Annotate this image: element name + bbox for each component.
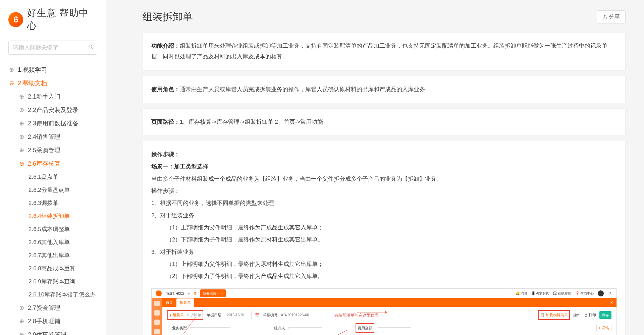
step-2: 2、对于组装业务 (151, 210, 617, 221)
plus-icon: ⊕ (18, 120, 24, 126)
scene1-label: 场景一： (151, 163, 174, 170)
plus-icon: ⊕ (18, 318, 24, 324)
nav-item-docs[interactable]: ⊖2.帮助文档 (8, 76, 97, 90)
step-3-2: （2）下部明细为子件明细，最终作为产成品生成其它入库单。 (151, 271, 617, 282)
path-label: 页面路径： (151, 119, 180, 125)
nav-item-2-6[interactable]: ⊖2.6库存核算 (8, 157, 97, 170)
nav-item-2-6-8[interactable]: 2.6.8商品成本重算 (8, 262, 97, 275)
intro-label: 功能介绍： (151, 43, 180, 49)
nav-item-2-6-9[interactable]: 2.6.9库存账本查询 (8, 275, 97, 288)
nav-item-2-5[interactable]: ⊕2.5采购管理 (8, 144, 97, 157)
plus-icon: ⊕ (18, 94, 24, 100)
nav-item-2-6-3[interactable]: 2.6.3调拨单 (8, 197, 97, 210)
nav: ⊕1.视频学习 ⊖2.帮助文档 ⊕2.1新手入门 ⊕2.2产品安装及登录 ⊕2.… (8, 63, 97, 335)
nav-item-2-2[interactable]: ⊕2.2产品安装及登录 (8, 103, 97, 117)
steps-card: 操作步骤： 场景一：加工类型选择 当由多个子件材料组装成一个成品的业务为【组装】… (143, 141, 626, 335)
brand: 6 好生意 帮助中心 (8, 7, 97, 32)
path-text: 1、库存核算->库存管理->组装拆卸单 2、首页->常用功能 (180, 119, 323, 125)
shot-side-icons (152, 298, 162, 335)
plus-icon: ⊕ (18, 134, 24, 140)
nav-item-2-8[interactable]: ⊕2.8手机旺铺 (8, 315, 97, 328)
minus-icon: ⊖ (8, 80, 14, 86)
plus-icon: ⊕ (18, 147, 24, 153)
plus-icon: ⊕ (8, 67, 14, 73)
scene1-desc: 当由多个子件材料组装成一个成品的业务为【组装】业务，当由一个父件拆分成多个子产品… (151, 174, 617, 184)
share-icon (602, 15, 607, 19)
step-3: 3、对于拆装业务 (151, 247, 617, 258)
intro-card: 功能介绍：组装拆卸单用来处理企业组装或拆卸等加工业务，支持有固定装配清单的产品加… (143, 32, 626, 71)
shot-header-code: TEST-H002 (165, 290, 184, 297)
nav-item-2-1[interactable]: ⊕2.1新手入门 (8, 90, 97, 103)
step-1: 1、根据不同的业务，选择不同单据的类型来处理 (151, 198, 617, 209)
nav-item-2-7[interactable]: ⊕2.7资金管理 (8, 301, 97, 315)
nav-item-2-6-4[interactable]: 2.6.4组装拆卸单 (8, 210, 97, 223)
screenshot-embed: TEST-H002 ∨ ⚙ 我要试用一下 🔔 消息 📱 App下载 🎧 在线客服… (151, 288, 617, 335)
shot-annotation-1: 有装配清单的在这里处理 (334, 312, 379, 319)
plus-icon: ⊕ (18, 107, 24, 113)
share-button[interactable]: 分享 (597, 10, 626, 23)
role-card: 使用角色：通常由生产人员或库管人员完成拆装业务的操作，库管人员确认原材料的出库和… (143, 76, 626, 103)
nav-item-2-4[interactable]: ⊕2.4销售管理 (8, 130, 97, 144)
search-box (8, 41, 97, 55)
scene1-title: 加工类型选择 (174, 163, 208, 170)
page-title: 组装拆卸单 (143, 10, 193, 24)
steps-label: 操作步骤： (151, 149, 617, 160)
step-2-1: （1）上部明细为父件明细，最终作为产成品生成其它入库单； (151, 222, 617, 233)
svg-line-1 (92, 48, 93, 49)
nav-item-2-3[interactable]: ⊕2.3使用前数据准备 (8, 117, 97, 130)
step-2-2: （2）下部明细为子件明细，最终作为原材料生成其它出库单。 (151, 234, 617, 245)
shot-logo-icon (156, 290, 162, 296)
logo-icon: 6 (8, 12, 23, 27)
path-card: 页面路径：1、库存核算->库存管理->组装拆卸单 2、首页->常用功能 (143, 108, 626, 136)
plus-icon: ⊕ (18, 305, 24, 311)
shot-type-options: ● 组装单 ○ 拆卸单 (167, 310, 203, 320)
main-content: 组装拆卸单 分享 功能介绍：组装拆卸单用来处理企业组装或拆卸等加工业务，支持有固… (106, 0, 642, 335)
svg-point-0 (89, 45, 92, 48)
nav-item-video[interactable]: ⊕1.视频学习 (8, 63, 97, 76)
role-label: 使用角色： (151, 86, 180, 93)
nav-item-2-9[interactable]: ⊕2.9优惠券管理 (8, 328, 97, 335)
nav-item-2-6-1[interactable]: 2.6.1盘点单 (8, 170, 97, 183)
nav-item-2-6-6[interactable]: 2.6.6其他入库单 (8, 236, 97, 249)
steps-title: 操作步骤： (151, 186, 617, 197)
nav-item-2-6-7[interactable]: 2.6.7其他出库单 (8, 249, 97, 262)
step-3-1: （1）上部明细为父件明细，最终作为原材料生成其它出库单； (151, 259, 617, 270)
plus-icon: ⊕ (18, 332, 24, 335)
nav-item-2-6-2[interactable]: 2.6.2分量盘点单 (8, 183, 97, 197)
shot-try-button: 我要试用一下 (200, 289, 226, 297)
search-input[interactable] (8, 41, 97, 55)
role-text: 通常由生产人员或库管人员完成拆装业务的操作，库管人员确认原材料的出库和产成品的入… (180, 86, 425, 93)
brand-title: 好生意 帮助中心 (27, 7, 97, 32)
nav-item-2-6-10[interactable]: 2.6.10库存账本错了怎么办 (8, 288, 97, 301)
sidebar: 6 好生意 帮助中心 ⊕1.视频学习 ⊖2.帮助文档 ⊕2.1新手入门 ⊕2.2… (0, 0, 106, 335)
search-icon[interactable] (88, 44, 93, 51)
minus-icon: ⊖ (18, 161, 24, 167)
intro-text: 组装拆卸单用来处理企业组装或拆卸等加工业务，支持有固定装配清单的产品加工业务，也… (151, 43, 607, 60)
nav-item-2-6-5[interactable]: 2.6.5成本调整单 (8, 223, 97, 236)
